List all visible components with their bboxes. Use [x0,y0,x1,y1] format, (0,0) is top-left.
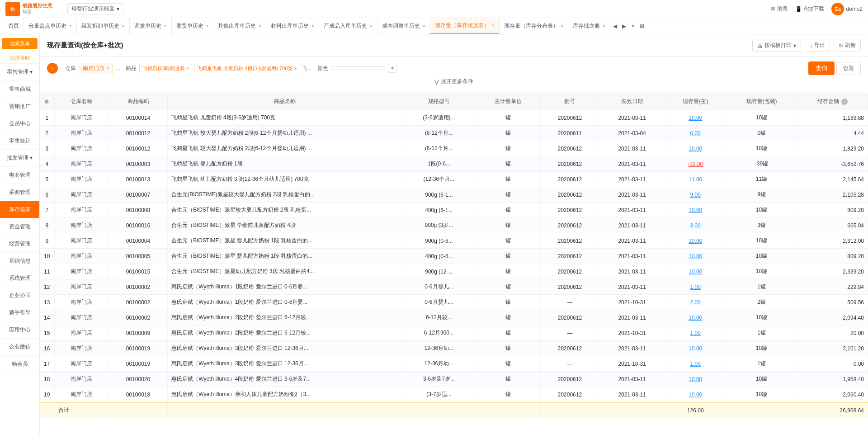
sidebar-item-system[interactable]: 系统管理 [0,270,39,287]
row-batch: 20200612 [540,218,599,233]
row-qty-main[interactable]: 1.00 [665,326,726,341]
tab-stock-status[interactable]: 现存量（库存状况表） × [430,18,500,34]
search-menu-button[interactable]: 搜索菜单 [2,38,38,49]
tab-material-out[interactable]: 材料出库单历史 × [266,18,319,34]
row-unit: 罐 [476,279,541,295]
message-button[interactable]: ✉ 消息 [771,5,788,13]
tabs-next-button[interactable]: ▶ [619,18,628,34]
tabs-close-button[interactable]: × [628,18,637,34]
row-qty-main[interactable]: 10.00 [665,264,726,279]
page-header: 现存量查询(按仓库+批次) 🖨 按模板打印 ▾ ↓ 导出 ↻ 刷新 [40,34,868,57]
tab-home[interactable]: 首页 [4,18,24,34]
product-tag-0-remove[interactable]: × [186,66,189,71]
sidebar-item-purchase[interactable]: 采购管理 [0,184,39,201]
sidebar-item-retail-shop[interactable]: 零售商城 [0,81,39,98]
tab-product-in[interactable]: 产成品入库单历史 × [319,18,377,34]
row-amount: 665.04 [797,218,868,233]
row-qty-main[interactable]: 10.00 [665,372,726,387]
close-icon[interactable]: × [561,24,564,28]
product-tag-1-remove[interactable]: × [294,66,297,71]
chevron-down-icon: ▾ [30,69,33,75]
row-qty-main[interactable]: 10.00 [665,310,726,326]
row-qty-main[interactable]: 10.00 [665,203,726,218]
sidebar-item-wholesale[interactable]: 批发管理 ▾ [0,150,39,167]
sidebar-item-business[interactable]: 经营管理 [0,236,39,253]
close-icon[interactable]: × [370,24,373,28]
warehouse-remove-button[interactable]: × [106,66,109,71]
close-icon[interactable]: × [423,24,425,28]
sidebar-item-member[interactable]: 会员中心 [0,115,39,132]
sidebar-item-marketing[interactable]: 营销推广 [0,98,39,115]
close-icon[interactable]: × [311,24,314,28]
row-qty-main[interactable]: 10.00 [665,341,726,356]
tab-batch-ledger[interactable]: 库存批次账 × [568,18,610,34]
tab-stock-dist[interactable]: 现存量（库存分布表） × [500,18,569,34]
row-name: 惠氏启赋（Wyeth illuma）2段奶粉 爱尔兰进口 6-12月较... [168,310,402,326]
close-icon[interactable]: × [206,24,209,28]
expand-conditions-button[interactable]: ⋁ 展开更多条件 [434,78,473,85]
tabs-menu-button[interactable]: ⊞ [637,18,646,34]
tab-cost-adj[interactable]: 成本调整单历史 × [377,18,430,34]
message-label: 消息 [777,5,788,13]
close-icon[interactable]: × [259,24,261,28]
tabs-prev-button[interactable]: ◀ [610,18,619,34]
row-qty-main[interactable]: 3.00 [665,218,726,233]
app-download-button[interactable]: 📱 App下载 [795,5,824,13]
close-icon[interactable]: × [164,24,167,28]
close-icon[interactable]: × [69,24,72,28]
sidebar-item-base[interactable]: 基础信息 [0,253,39,270]
tab-disassembly[interactable]: 组装拆卸单历史 × [77,18,130,34]
advance-filter-button[interactable]: › [47,63,58,74]
settings-button[interactable]: 设置 [836,62,861,75]
color-dropdown-button[interactable]: ▾ [388,64,397,73]
row-qty-main[interactable]: 1.00 [665,279,726,295]
amount-info-icon[interactable]: i [841,99,848,105]
export-button[interactable]: ↓ 导出 [805,39,830,52]
sidebar-item-inventory[interactable]: 库存核算 [0,201,39,218]
row-expire: 2021-03-11 [599,249,665,264]
row-qty-main[interactable]: 9.00 [665,187,726,203]
tab-split-inventory[interactable]: 分量盘点单历史 × [24,18,77,34]
row-qty-main[interactable]: 11.00 [665,172,726,187]
print-button[interactable]: 🖨 按模板打印 ▾ [752,39,801,52]
product-more[interactable]: 飞... [302,65,312,72]
account-selector[interactable]: 母婴行业演示账套 ▾ [67,3,123,14]
sidebar-item-retail[interactable]: 零售管理 ▾ [0,64,39,81]
close-icon[interactable]: × [603,24,605,28]
close-icon[interactable]: × [492,23,495,28]
sidebar-item-stats[interactable]: 零售统计 [0,132,39,150]
close-icon[interactable]: × [122,24,125,28]
row-qty-main[interactable]: 2.00 [665,295,726,310]
row-spec: (6-12个月... [402,141,476,156]
sidebar-item-apps[interactable]: 应用中心 [0,321,39,339]
col-settings[interactable]: ⚙ [40,93,54,110]
row-qty-main[interactable]: 10.00 [665,249,726,264]
tab-requisition[interactable]: 要货单历史 × [172,18,214,34]
row-qty-main[interactable]: 10.00 [665,110,726,126]
sidebar-item-finance[interactable]: 资金管理 [0,218,39,236]
sidebar-item-enterprise[interactable]: 企业协同 [0,287,39,304]
color-filter-label: 颜色 [317,65,328,72]
row-qty-main[interactable]: 10.00 [665,233,726,249]
user-avatar[interactable]: Ea demo2 [831,3,863,15]
row-qty-main[interactable]: 1.00 [665,356,726,372]
row-qty-main[interactable]: 0.00 [665,126,726,141]
top-bar-left: 畅 畅捷通好生意 标版 母婴行业演示账套 ▾ [5,2,123,16]
row-qty-main[interactable]: 10.00 [665,387,726,403]
color-input[interactable] [331,66,385,70]
row-name: 合生元（BIOSTIME）派星 学龄前儿童配方奶粉 4段 [168,218,402,233]
query-button[interactable]: 查询 [808,61,835,75]
warehouse-filter: 仓库 南岸门店 × ... [65,63,120,74]
refresh-button[interactable]: ↻ 刷新 [834,39,861,52]
tab-mix[interactable]: 调拨单历史 × [130,18,172,34]
sidebar-item-guide[interactable]: 新手引导 [0,304,39,321]
sidebar-item-ecommerce[interactable]: 电商管理 [0,167,39,184]
tab-other-out[interactable]: 其他出库单历史 × [213,18,266,34]
row-qty-main[interactable]: 10.00 [665,141,726,156]
row-qty-pkg: 10罐 [726,387,797,403]
row-qty-main[interactable]: -39.00 [665,156,726,172]
sidebar-item-wechat[interactable]: 企业微信 [0,339,39,356]
warehouse-more[interactable]: ... [116,65,120,71]
quick-nav-button[interactable]: 快捷导航 [0,53,39,64]
sidebar-item-member2[interactable]: 畅会员 [0,356,39,373]
